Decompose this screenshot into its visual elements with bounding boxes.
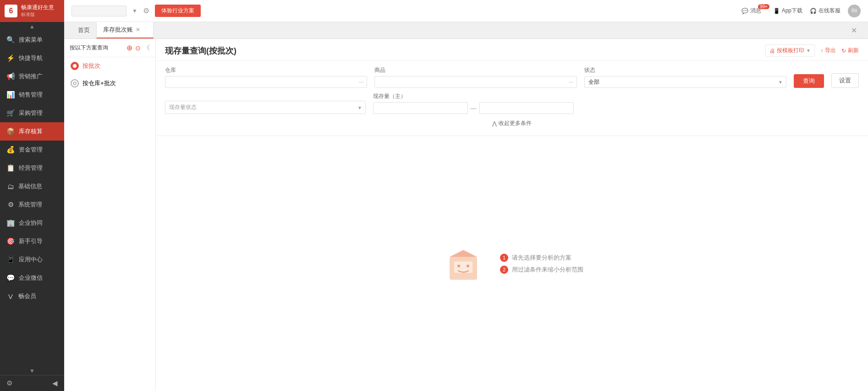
sidebar-item-enterprise[interactable]: 🏢 企业协同: [0, 214, 64, 232]
target-icon: 🎯: [6, 237, 15, 245]
scheme-settings-icon[interactable]: ⊙: [135, 44, 141, 52]
collapse-label: 收起更多条件: [499, 119, 532, 127]
scheme-inactive-icon: [71, 79, 79, 87]
schemes-list: 按批次 按仓库+批次: [64, 57, 155, 92]
scheme-item-warehouse-batch[interactable]: 按仓库+批次: [64, 75, 155, 92]
sidebar-item-label: 搜索菜单: [19, 36, 43, 44]
search-icon: 🔍: [6, 36, 15, 44]
status-select[interactable]: 全部 正常 停用: [584, 76, 786, 88]
sidebar-item-label: 经营管理: [19, 164, 43, 172]
tabbar: 首页 库存批次账 ✕ ✕: [64, 22, 868, 39]
product-more-icon[interactable]: ···: [569, 79, 573, 85]
stock-qty-label: 现存量（主）: [373, 92, 574, 100]
svg-point-5: [457, 265, 460, 267]
refresh-label: 刷新: [848, 47, 859, 54]
gear-icon: ⚙: [6, 201, 15, 209]
sidebar-item-apps[interactable]: 📱 应用中心: [0, 250, 64, 269]
sidebar-item-label: 销售管理: [19, 91, 43, 99]
sidebar-item-label: 资金管理: [19, 146, 43, 154]
range-separator: —: [471, 105, 477, 112]
warehouse-input[interactable]: [165, 76, 367, 88]
right-panel: 现存量查询(按批次) 🖨 按模板打印 ▼ ↑ 导出 ↻ 刷新: [156, 39, 868, 391]
messages-badge: 99+: [758, 4, 769, 9]
sidebar-scroll-up[interactable]: ▲: [29, 23, 35, 30]
topbar: ▼ ⚙ 体验行业方案 💬 消息 99+ 📱 App下载 🎧 在线客服 Rit: [64, 0, 868, 22]
sidebar-item-sales[interactable]: 📊 销售管理: [0, 86, 64, 104]
scheme-label: 按仓库+批次: [82, 79, 116, 87]
tab-close-icon[interactable]: ✕: [136, 27, 140, 33]
left-panel: 按以下方案查询 ⊕ ⊙ 《 按批次 按仓库: [64, 39, 156, 391]
empty-step-2: 2 用过滤条件来缩小分析范围: [500, 266, 583, 274]
sidebar-item-operations[interactable]: 📋 经营管理: [0, 159, 64, 177]
tab-batch[interactable]: 库存批次账 ✕: [97, 22, 154, 38]
app-name: 畅康通好生意: [21, 4, 54, 11]
sidebar-item-label: 基础信息: [18, 182, 42, 190]
print-dropdown-icon[interactable]: ▼: [806, 48, 811, 53]
stock-qty-from[interactable]: [373, 102, 468, 114]
sidebar-item-newuser[interactable]: 🎯 新手引导: [0, 232, 64, 250]
sidebar-item-finance[interactable]: 💰 资金管理: [0, 141, 64, 159]
settings-button[interactable]: 设置: [831, 73, 859, 88]
dropdown-arrow-icon[interactable]: ▼: [132, 8, 137, 14]
chart-icon: 📊: [6, 91, 15, 99]
settings-icon[interactable]: ⚙: [6, 379, 12, 387]
folder-icon: 🗂: [6, 183, 15, 190]
svg-point-1: [73, 82, 76, 85]
product-input[interactable]: [374, 76, 577, 88]
empty-illustration: [440, 241, 486, 287]
export-button[interactable]: ↑ 导出: [820, 47, 836, 54]
svg-point-6: [467, 265, 469, 267]
print-button[interactable]: 🖨 按模板打印 ▼: [765, 44, 815, 57]
content-area: 按以下方案查询 ⊕ ⊙ 《 按批次 按仓库: [64, 39, 868, 391]
online-service-action[interactable]: 🎧 在线客服: [810, 7, 841, 15]
tab-home[interactable]: 首页: [71, 22, 97, 38]
sidebar-item-purchase[interactable]: 🛒 采购管理: [0, 104, 64, 122]
phone-download-icon: 📱: [773, 8, 780, 14]
sidebar-item-quicknav[interactable]: ⚡ 快捷导航: [0, 49, 64, 67]
collapse-conditions-btn[interactable]: ⋀ 收起更多条件: [165, 117, 859, 130]
building-icon: 🏢: [6, 219, 15, 227]
scheme-item-batch[interactable]: 按批次: [64, 57, 155, 75]
money-icon: 💰: [6, 146, 15, 154]
messages-action[interactable]: 💬 消息 99+: [742, 7, 766, 15]
sidebar-scroll-down[interactable]: ▼: [29, 368, 35, 374]
sidebar-item-marketing[interactable]: 📢 营销推广: [0, 67, 64, 86]
refresh-button[interactable]: ↻ 刷新: [841, 47, 859, 54]
sidebar-item-label: 快捷导航: [19, 54, 43, 62]
tab-home-label: 首页: [78, 27, 90, 33]
warehouse-more-icon[interactable]: ···: [359, 79, 363, 85]
empty-state: 1 请先选择要分析的方案 2 用过滤条件来缩小分析范围: [156, 136, 868, 391]
empty-steps: 1 请先选择要分析的方案 2 用过滤条件来缩小分析范围: [500, 254, 583, 274]
stock-status-select[interactable]: 现存量状态 ▼: [165, 101, 366, 114]
online-service-label: 在线客服: [819, 7, 841, 15]
stock-qty-to[interactable]: [479, 102, 574, 114]
sidebar-item-system[interactable]: ⚙ 系统管理: [0, 196, 64, 214]
sidebar-item-inventory[interactable]: 📦 库存核算: [0, 122, 64, 141]
svg-rect-4: [454, 261, 472, 273]
sidebar-item-wechat[interactable]: 💬 企业微信: [0, 269, 64, 287]
search-input[interactable]: [71, 5, 126, 16]
sidebar-item-vip[interactable]: V 畅会员: [0, 287, 64, 305]
sidebar-item-search[interactable]: 🔍 搜索菜单: [0, 31, 64, 49]
collapse-panel-icon[interactable]: 《: [143, 44, 150, 52]
sidebar-bottom: ⚙ ◀: [0, 375, 64, 391]
sidebar-item-label: 营销推广: [19, 72, 43, 81]
message-icon: 💬: [742, 8, 748, 14]
export-label: 导出: [825, 47, 836, 54]
app-download-label: App下载: [782, 7, 802, 15]
cart-icon: 🛒: [6, 109, 15, 117]
stock-status-label: 现存量状态: [169, 103, 197, 111]
experience-btn[interactable]: 体验行业方案: [155, 5, 201, 17]
sidebar-item-basics[interactable]: 🗂 基础信息: [0, 177, 64, 196]
export-icon: ↑: [820, 48, 823, 54]
collapse-sidebar-icon[interactable]: ◀: [52, 379, 58, 387]
sidebar-logo: 6: [5, 5, 17, 17]
sidebar-item-label: 新手引导: [19, 237, 43, 245]
megaphone-icon: 📢: [6, 72, 15, 81]
settings-gear-icon[interactable]: ⚙: [143, 6, 149, 15]
app-download-action[interactable]: 📱 App下载: [773, 7, 802, 15]
panel-close-icon[interactable]: ✕: [847, 26, 861, 35]
user-avatar[interactable]: Rit: [848, 5, 861, 17]
query-button[interactable]: 查询: [794, 74, 824, 88]
add-scheme-icon[interactable]: ⊕: [126, 43, 132, 52]
